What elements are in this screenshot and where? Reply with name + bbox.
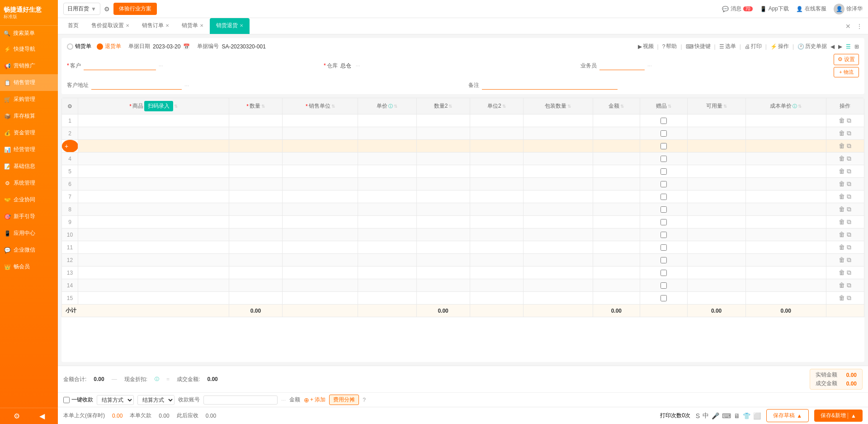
price-info-icon[interactable]: ⓘ [388,103,393,110]
qty2-cell[interactable] [416,140,470,152]
one-click-check[interactable] [63,397,70,403]
tab-sales[interactable]: 销货单 ✕ [175,18,210,34]
radio-return[interactable]: 退货单 [97,43,121,50]
unit2-cell[interactable] [470,127,523,140]
topbar-gear-icon[interactable]: ⚙ [102,4,112,14]
delete-icon[interactable]: 🗑 [839,142,845,150]
amount-cell[interactable] [593,114,640,127]
delete-icon[interactable]: 🗑 [839,218,845,226]
radio-sales[interactable]: 销货单 [67,43,91,50]
sidebar-item-marketing[interactable]: 📢 营销推广 [0,57,58,74]
sidebar-item-member[interactable]: 👑 畅会员 [0,258,58,275]
copy-icon[interactable]: ⧉ [847,180,851,188]
account-more-icon[interactable]: ··· [281,397,286,403]
unit2-cell[interactable] [470,114,523,127]
price-sort-icon[interactable]: ⇅ [394,104,397,109]
industry-dropdown[interactable]: 日用百货 ▼ [63,3,100,15]
note-input[interactable] [482,81,618,90]
price-cell[interactable] [358,114,416,127]
help-link[interactable]: ? 帮助 [662,43,677,50]
settlement-select[interactable]: 结算方式 [97,395,134,405]
tool1-icon[interactable]: S [696,412,700,419]
delete-icon[interactable]: 🗑 [839,243,845,251]
gift-checkbox[interactable] [660,244,667,251]
gift-checkbox[interactable] [660,168,667,175]
price-cell[interactable] [358,140,416,152]
copy-icon[interactable]: ⧉ [847,243,851,251]
tab-return[interactable]: 销货退货 ✕ [210,18,250,34]
select-link[interactable]: ☰ 选单 [719,43,736,50]
gift-checkbox[interactable] [660,219,667,225]
cost-info-icon[interactable]: ⓘ [793,103,797,110]
tool7-icon[interactable]: ⬜ [753,412,761,419]
save-draft-button[interactable]: 保存草稿 ▲ [766,409,809,422]
copy-icon[interactable]: ⧉ [847,155,851,162]
collapse-icon[interactable]: ◀ [39,412,45,420]
user-item[interactable]: 👤 徐泽华 [834,4,863,14]
qty2-cell[interactable] [416,127,470,140]
table-settings-icon[interactable]: ⚙ [67,103,72,110]
tab-sales-order[interactable]: 销售订单 ✕ [136,18,175,34]
pack-cell[interactable] [523,127,593,140]
delete-icon[interactable]: 🗑 [839,294,845,302]
customer-more-icon[interactable]: ··· [159,62,163,69]
message-item[interactable]: 💬 消息 70 [722,5,753,13]
tab-menu-icon[interactable]: ⋮ [854,22,864,31]
gift-checkbox[interactable] [660,118,667,124]
add-row-button[interactable]: + [62,142,71,151]
copy-icon[interactable]: ⧉ [847,205,851,213]
available-sort-icon[interactable]: ⇅ [723,104,727,109]
tool2-icon[interactable]: 中 [703,412,709,420]
unit-cell[interactable] [283,127,358,140]
copy-icon[interactable]: ⧉ [847,269,851,276]
available-cell[interactable] [687,140,745,152]
sidebar-item-app-center[interactable]: 📱 应用中心 [0,225,58,242]
delete-icon[interactable]: 🗑 [839,180,845,188]
settings-btn[interactable]: ⚙ 设置 [834,54,859,65]
sidebar-item-system[interactable]: ⚙ 系统管理 [0,175,58,191]
address-more-icon[interactable]: ··· [184,82,189,89]
qty-cell[interactable] [229,127,282,140]
tab-close-sales-icon[interactable]: ✕ [200,23,203,28]
sidebar-item-guide[interactable]: 🎯 新手引导 [0,208,58,225]
gift-checkbox[interactable] [660,194,667,200]
settings-bottom-icon[interactable]: ⚙ [14,412,20,420]
copy-icon[interactable]: ⧉ [847,218,851,226]
product-cell[interactable] [78,114,229,127]
copy-icon[interactable]: ⧉ [847,256,851,264]
product-cell-active[interactable] [78,140,229,152]
print-link[interactable]: 🖨 打印 [745,43,762,50]
gift-checkbox[interactable] [660,206,667,213]
video-link[interactable]: ▶ 视频 [638,43,654,50]
price-cell[interactable] [358,127,416,140]
view-list-icon[interactable]: ☰ [846,43,851,50]
delete-icon[interactable]: 🗑 [839,281,845,289]
cost-sort-icon[interactable]: ⇅ [798,104,802,109]
gift-checkbox[interactable] [660,232,667,238]
delete-icon[interactable]: 🗑 [839,269,845,276]
tab-close-price-icon[interactable]: ✕ [126,23,129,28]
product-cell[interactable] [78,127,229,140]
qty-cell[interactable] [229,114,282,127]
nav-prev-icon[interactable]: ◀ [830,43,835,50]
tab-close-order-icon[interactable]: ✕ [165,23,169,28]
available-cell[interactable] [687,114,745,127]
cost-cell[interactable] [745,140,826,152]
delete-icon[interactable]: 🗑 [839,205,845,213]
copy-icon[interactable]: ⧉ [847,231,851,238]
unit-sort-icon[interactable]: ⇅ [331,104,335,109]
scan-button[interactable]: 扫码录入 [144,101,173,111]
unit2-cell[interactable] [470,140,523,152]
product-input[interactable] [81,143,226,149]
expense-help-icon[interactable]: ? [363,397,366,403]
sidebar-item-inventory[interactable]: 📦 库存核算 [0,108,58,124]
gift-checkbox[interactable] [660,181,667,187]
pack-sort-icon[interactable]: ⇅ [567,104,571,109]
tool3-icon[interactable]: 🎤 [712,412,719,419]
shortcut-link[interactable]: ⌨ 快捷键 [686,43,711,50]
tab-close-return-icon[interactable]: ✕ [240,23,243,28]
gift-checkbox[interactable] [660,270,667,276]
tool5-icon[interactable]: 🖥 [734,412,740,419]
copy-icon[interactable]: ⧉ [847,142,851,150]
delete-icon[interactable]: 🗑 [839,167,845,175]
